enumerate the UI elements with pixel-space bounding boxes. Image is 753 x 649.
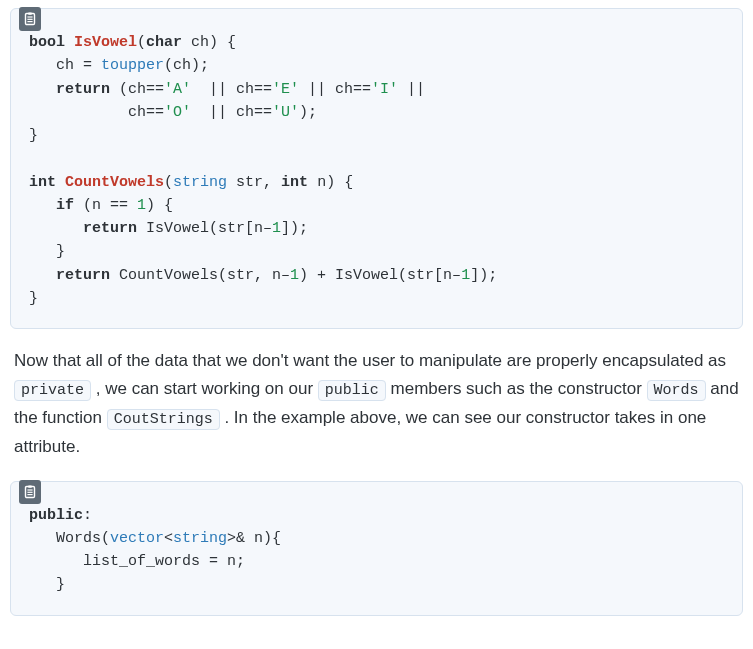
inline-code-private: private [14, 380, 91, 401]
svg-rect-6 [28, 485, 32, 487]
inline-code-coutstrings: CoutStrings [107, 409, 220, 430]
code-block-words-constructor: public: Words(vector<string>& n){ list_o… [10, 481, 743, 616]
inline-code-words: Words [647, 380, 706, 401]
copy-button[interactable] [19, 480, 41, 504]
clipboard-icon [24, 485, 36, 499]
code-content: bool IsVowel(char ch) { ch = toupper(ch)… [29, 31, 726, 310]
inline-code-public: public [318, 380, 386, 401]
explanatory-paragraph: Now that all of the data that we don't w… [14, 347, 739, 461]
code-content: public: Words(vector<string>& n){ list_o… [29, 504, 726, 597]
copy-button[interactable] [19, 7, 41, 31]
svg-rect-1 [28, 13, 32, 15]
clipboard-icon [24, 12, 36, 26]
code-block-isvowel-countvowels: bool IsVowel(char ch) { ch = toupper(ch)… [10, 8, 743, 329]
